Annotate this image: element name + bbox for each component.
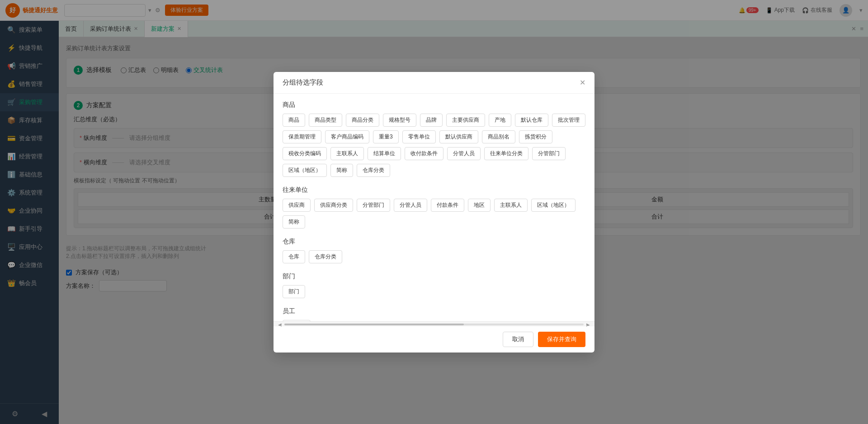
field-tag-0-1[interactable]: 商品类型 xyxy=(309,114,342,127)
modal: 分组待选字段 ✕ 商品商品商品类型商品分类规格型号品牌主要供应商产地默认仓库批次… xyxy=(274,72,594,353)
field-group-title-3: 部门 xyxy=(283,272,585,281)
field-tag-1-2[interactable]: 分管部门 xyxy=(357,199,390,212)
field-tag-0-18[interactable]: 结算单位 xyxy=(368,147,401,160)
field-tag-0-11[interactable]: 重量3 xyxy=(373,130,399,143)
field-tag-0-23[interactable]: 区域（地区） xyxy=(283,164,327,177)
field-tag-0-14[interactable]: 商品别名 xyxy=(482,130,515,143)
cancel-button[interactable]: 取消 xyxy=(503,332,533,347)
field-tag-1-7[interactable]: 区域（地区） xyxy=(531,199,576,212)
field-tag-0-16[interactable]: 税收分类编码 xyxy=(283,147,327,160)
field-tag-1-4[interactable]: 付款条件 xyxy=(431,199,464,212)
modal-body: 商品商品商品类型商品分类规格型号品牌主要供应商产地默认仓库批次管理保质期管理客户… xyxy=(274,94,594,322)
field-group-title-0: 商品 xyxy=(283,101,585,109)
field-tag-0-24[interactable]: 简称 xyxy=(330,164,353,177)
horizontal-scrollbar[interactable]: ◀ ▶ xyxy=(274,321,594,326)
field-group-title-2: 仓库 xyxy=(283,238,585,246)
field-tag-0-2[interactable]: 商品分类 xyxy=(346,114,379,127)
field-tag-0-20[interactable]: 分管人员 xyxy=(447,147,481,160)
field-group-2: 仓库仓库仓库分类 xyxy=(283,238,585,263)
field-tag-0-0[interactable]: 商品 xyxy=(283,114,305,127)
field-tag-0-15[interactable]: 拣货积分 xyxy=(519,130,552,143)
field-tag-0-4[interactable]: 品牌 xyxy=(420,114,443,127)
modal-close-btn[interactable]: ✕ xyxy=(580,78,585,87)
scroll-thumb xyxy=(284,324,464,325)
field-tag-1-0[interactable]: 供应商 xyxy=(283,199,311,212)
field-group-3: 部门部门 xyxy=(283,272,585,298)
field-tag-0-6[interactable]: 产地 xyxy=(489,114,511,127)
field-tag-0-13[interactable]: 默认供应商 xyxy=(439,130,478,143)
field-tag-1-5[interactable]: 地区 xyxy=(468,199,491,212)
field-tag-0-9[interactable]: 保质期管理 xyxy=(283,130,321,143)
modal-overlay: 分组待选字段 ✕ 商品商品商品类型商品分类规格型号品牌主要供应商产地默认仓库批次… xyxy=(0,0,868,424)
field-group-1: 往来单位供应商供应商分类分管部门分管人员付款条件地区主联系人区域（地区）简称 xyxy=(283,186,585,229)
field-tag-2-0[interactable]: 仓库 xyxy=(283,250,305,263)
field-tag-0-3[interactable]: 规格型号 xyxy=(383,114,416,127)
modal-header: 分组待选字段 ✕ xyxy=(274,72,594,94)
field-group-0: 商品商品商品类型商品分类规格型号品牌主要供应商产地默认仓库批次管理保质期管理客户… xyxy=(283,101,585,177)
field-tag-0-22[interactable]: 分管部门 xyxy=(532,147,566,160)
field-tag-0-19[interactable]: 收付款条件 xyxy=(405,147,443,160)
field-tag-0-8[interactable]: 批次管理 xyxy=(552,114,585,127)
field-tag-0-25[interactable]: 仓库分类 xyxy=(357,164,390,177)
field-tag-2-1[interactable]: 仓库分类 xyxy=(309,250,342,263)
field-tag-0-21[interactable]: 往来单位分类 xyxy=(484,147,528,160)
modal-title: 分组待选字段 xyxy=(283,78,323,87)
field-tag-0-10[interactable]: 客户商品编码 xyxy=(325,130,369,143)
field-tag-1-8[interactable]: 简称 xyxy=(283,215,305,229)
field-tag-1-6[interactable]: 主联系人 xyxy=(494,199,528,212)
field-tag-0-12[interactable]: 零售单位 xyxy=(402,130,436,143)
field-tags-3: 部门 xyxy=(283,285,585,298)
modal-footer: 取消 保存并查询 xyxy=(274,326,594,353)
field-tags-2: 仓库仓库分类 xyxy=(283,250,585,263)
field-group-title-1: 往来单位 xyxy=(283,186,585,194)
field-tag-1-3[interactable]: 分管人员 xyxy=(394,199,427,212)
field-group-4: 员工业务员 xyxy=(283,307,585,322)
field-tags-1: 供应商供应商分类分管部门分管人员付款条件地区主联系人区域（地区）简称 xyxy=(283,199,585,229)
field-tags-0: 商品商品类型商品分类规格型号品牌主要供应商产地默认仓库批次管理保质期管理客户商品… xyxy=(283,114,585,177)
field-group-title-4: 员工 xyxy=(283,307,585,315)
confirm-button[interactable]: 保存并查询 xyxy=(538,332,585,347)
field-tag-0-5[interactable]: 主要供应商 xyxy=(446,114,485,127)
field-tag-1-1[interactable]: 供应商分类 xyxy=(314,199,353,212)
field-tag-0-7[interactable]: 默认仓库 xyxy=(515,114,548,127)
field-tag-3-0[interactable]: 部门 xyxy=(283,285,305,298)
field-tag-0-17[interactable]: 主联系人 xyxy=(330,147,364,160)
